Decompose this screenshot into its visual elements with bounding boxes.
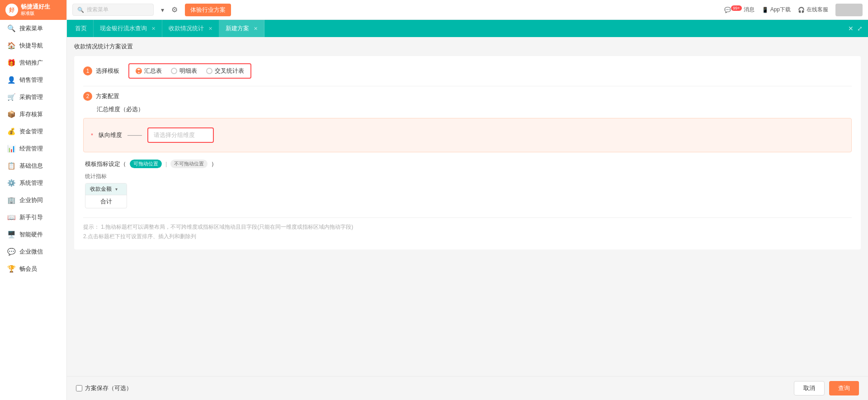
sidebar-item-label: 基础信息 — [19, 162, 43, 170]
sidebar-item-label: 营销推广 — [19, 59, 43, 67]
radio-detail[interactable]: 明细表 — [171, 67, 197, 75]
close-window-icon[interactable]: ✕ — [848, 25, 854, 32]
undraggable-option[interactable]: 不可拖动位置 — [170, 160, 208, 168]
tab-label: 现金银行流水查询 — [100, 24, 147, 33]
service-icon: 🎧 — [798, 7, 805, 13]
sidebar-item-label: 新手引导 — [19, 213, 43, 221]
main-area: 🔍 搜索菜单 ▾ ⚙ 体验行业方案 💬 99+ 消息 📱 App下载 🎧 在线客… — [67, 0, 868, 400]
sidebar-item-inventory[interactable]: 📦 库存核算 — [0, 106, 66, 123]
tab-bar: 首页 现金银行流水查询 ✕ 收款情况统计 ✕ 新建方案 ✕ ✕ ⤢ — [67, 20, 868, 37]
sidebar-item-quicknav[interactable]: 🏠 快捷导航 — [0, 37, 66, 54]
toggle-pill-2: 不可拖动位置 — [170, 160, 208, 168]
cancel-button[interactable]: 取消 — [794, 381, 825, 395]
gear-icon: ⚙️ — [7, 179, 16, 187]
sidebar-item-hardware[interactable]: 🖥️ 智能硬件 — [0, 226, 66, 243]
notification-badge: 99+ — [731, 5, 741, 11]
notification-icon: 💬 — [724, 7, 731, 13]
tab-close-icon[interactable]: ✕ — [151, 26, 156, 32]
step2-badge: 2 — [83, 92, 92, 101]
money-icon: 💰 — [7, 127, 16, 136]
sidebar-item-member[interactable]: 🏆 畅会员 — [0, 260, 66, 278]
notification-btn[interactable]: 💬 99+ 消息 — [724, 6, 754, 14]
sidebar-item-basic[interactable]: 📋 基础信息 — [0, 157, 66, 174]
sidebar-item-purchase[interactable]: 🛒 采购管理 — [0, 89, 66, 106]
radio-summary[interactable]: 汇总表 — [136, 67, 162, 75]
download-btn[interactable]: 📱 App下载 — [762, 6, 791, 14]
service-label: 在线客服 — [807, 6, 828, 14]
footer-buttons: 取消 查询 — [794, 381, 859, 395]
sidebar-item-label: 智能硬件 — [19, 231, 43, 239]
sidebar-item-marketing[interactable]: 🎁 营销推广 — [0, 54, 66, 71]
sidebar-item-enterprise[interactable]: 🏢 企业协同 — [0, 192, 66, 209]
draggable-option[interactable]: 可拖动位置 — [130, 160, 162, 168]
tab-close-icon[interactable]: ✕ — [208, 26, 212, 32]
sidebar-item-operations[interactable]: 📊 经营管理 — [0, 140, 66, 157]
indicator-header[interactable]: 收款金额 ▾ — [85, 184, 127, 195]
tab-cashflow[interactable]: 现金银行流水查询 ✕ — [94, 20, 162, 37]
sidebar-item-label: 快捷导航 — [19, 42, 43, 50]
sidebar-item-search[interactable]: 🔍 搜索菜单 — [0, 20, 66, 37]
chat-icon: 💬 — [7, 248, 16, 256]
tab-new[interactable]: 新建方案 ✕ — [219, 20, 264, 37]
settings-icon[interactable]: ⚙ — [171, 5, 178, 14]
dimension-select[interactable]: 请选择分组维度 — [147, 127, 214, 143]
dropdown-icon[interactable]: ▾ — [161, 6, 164, 14]
save-checkbox-label[interactable]: 方案保存（可选） — [76, 384, 132, 392]
radio-circle-detail — [171, 68, 177, 74]
top-header: 🔍 搜索菜单 ▾ ⚙ 体验行业方案 💬 99+ 消息 📱 App下载 🎧 在线客… — [67, 0, 868, 20]
sidebar-item-guide[interactable]: 📖 新手引导 — [0, 209, 66, 226]
sidebar-item-wechat[interactable]: 💬 企业微信 — [0, 243, 66, 260]
page-title: 收款情况统计方案设置 — [74, 42, 861, 51]
sidebar-item-label: 企业微信 — [19, 248, 43, 256]
toggle-pill: 可拖动位置 — [130, 160, 162, 168]
divider-char: | — [165, 160, 167, 167]
maximize-icon[interactable]: ⤢ — [857, 25, 863, 32]
search-placeholder: 搜索菜单 — [87, 6, 108, 14]
industry-btn[interactable]: 体验行业方案 — [185, 4, 231, 16]
cart-icon: 🛒 — [7, 93, 16, 101]
tab-home[interactable]: 首页 — [69, 20, 94, 37]
radio-circle-cross — [206, 68, 212, 74]
indicator-box: 收款金额 ▾ 合计 — [85, 183, 127, 208]
service-btn[interactable]: 🎧 在线客服 — [798, 6, 828, 14]
save-checkbox[interactable] — [76, 385, 82, 391]
save-label: 方案保存（可选） — [85, 384, 132, 392]
logo-sub: 标准版 — [21, 10, 50, 17]
main-card: 1 选择模板 汇总表 明细表 交叉统计表 — [74, 56, 861, 249]
sidebar-item-label: 系统管理 — [19, 179, 43, 187]
metrics-section: 统计指标 收款金额 ▾ 合计 — [85, 173, 852, 208]
tab-close-icon[interactable]: ✕ — [254, 26, 258, 32]
sidebar-item-label: 经营管理 — [19, 145, 43, 153]
config-suffix: ） — [211, 160, 217, 168]
logo-name: 畅捷通好生 — [21, 3, 50, 10]
download-label: App下载 — [770, 6, 791, 14]
query-button[interactable]: 查询 — [829, 381, 859, 395]
indicator-value: 合计 — [85, 195, 127, 208]
step2-section: 2 方案配置 汇总维度（必选） * 纵向维度 —— 请选择分组维度 模板指标设定… — [83, 92, 852, 240]
user-avatar[interactable] — [835, 4, 863, 16]
trophy-icon: 🏆 — [7, 265, 16, 273]
step2-label: 方案配置 — [96, 92, 119, 100]
step1-label: 选择模板 — [96, 67, 119, 75]
template-options: 汇总表 明细表 交叉统计表 — [128, 63, 251, 79]
radio-cross[interactable]: 交叉统计表 — [206, 67, 244, 75]
sidebar-item-finance[interactable]: 💰 资金管理 — [0, 123, 66, 140]
header-actions: 💬 99+ 消息 📱 App下载 🎧 在线客服 — [724, 4, 863, 16]
sidebar-item-label: 畅会员 — [19, 265, 37, 273]
divider1 — [83, 86, 852, 86]
sidebar-item-system[interactable]: ⚙️ 系统管理 — [0, 174, 66, 192]
sidebar-item-sales[interactable]: 👤 销售管理 — [0, 71, 66, 89]
tab-label: 收款情况统计 — [169, 24, 204, 33]
tip2: 2.点击标题栏下拉可设置排序、插入列和删除列 — [83, 233, 852, 240]
monitor-icon: 🖥️ — [7, 231, 16, 239]
radio-label-detail: 明细表 — [179, 67, 197, 75]
sidebar-item-label: 企业协同 — [19, 196, 43, 204]
notification-label: 消息 — [744, 6, 755, 14]
home-icon: 🏠 — [7, 42, 16, 50]
tab-receipt[interactable]: 收款情况统计 ✕ — [162, 20, 219, 37]
stat-indicator-label: 统计指标 — [85, 173, 852, 180]
search-bar[interactable]: 🔍 搜索菜单 — [72, 4, 154, 16]
tips-section: 提示： 1.拖动标题栏可以调整布局，不可跨维度或指标区域拖动且目字段(只能在同一… — [83, 217, 852, 240]
doc-icon: 📋 — [7, 162, 16, 170]
metrics-config-row: 模板指标设定（ 可拖动位置 | 不可拖动位置 ） — [85, 160, 852, 168]
